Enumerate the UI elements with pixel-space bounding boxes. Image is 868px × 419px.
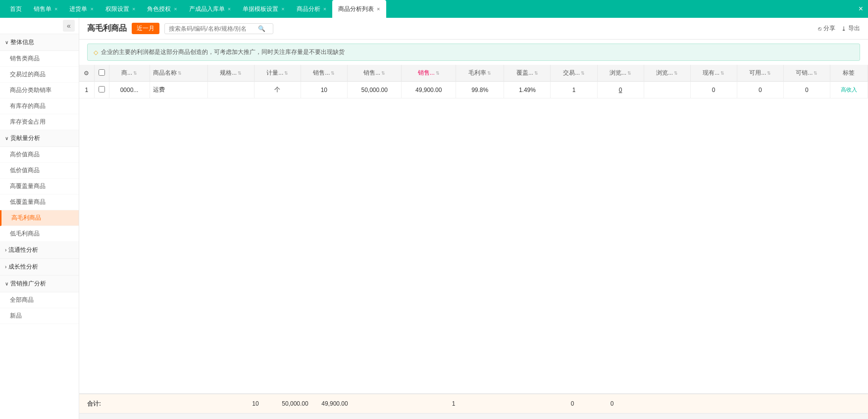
col-sale-profit[interactable]: 销售...⇅ (402, 65, 456, 82)
cell-available-stock: 0 (737, 82, 783, 98)
col-trade[interactable]: 交易...⇅ (551, 65, 597, 82)
close-all-tabs-button[interactable]: × (859, 4, 863, 13)
col-unit[interactable]: 计量...⇅ (254, 65, 301, 82)
share-button[interactable]: ⎋ 分享 (818, 24, 835, 33)
close-icon[interactable]: × (174, 6, 177, 12)
cell-tag: 高收入 (830, 82, 868, 98)
cell-unit: 个 (254, 82, 301, 98)
cell-sale-amount: 50,000.00 (347, 82, 402, 98)
cell-sellable-stock: 0 (783, 82, 830, 98)
cell-trade: 1 (551, 82, 597, 98)
sidebar-item-new-goods[interactable]: 新品 (0, 308, 79, 324)
cell-name: 运费 (150, 82, 207, 98)
table-wrapper: ⚙ 商...⇅ 商品名称⇅ 规格...⇅ (79, 65, 868, 393)
sidebar-group-liquidity[interactable]: › 流通性分析 (0, 242, 79, 259)
sidebar-collapse-button[interactable]: « (63, 20, 75, 32)
nav-permission-settings[interactable]: 权限设置 × (100, 0, 141, 18)
nav-sales-order[interactable]: 销售单 × (28, 0, 63, 18)
nav-template-settings[interactable]: 单据模板设置 × (237, 0, 290, 18)
sidebar-item-high-coverage[interactable]: 高覆盖量商品 (0, 179, 79, 194)
col-settings[interactable]: ⚙ (79, 65, 94, 82)
search-box: 🔍 (164, 23, 273, 34)
footer-sellable-stock (632, 398, 671, 409)
col-checkbox[interactable] (94, 65, 109, 82)
top-navigation: 首页 销售单 × 进货单 × 权限设置 × 角色授权 × 产成品入库单 × 单据… (0, 0, 868, 18)
page-title: 高毛利商品 (87, 23, 127, 34)
footer-available-stock: 0 (592, 398, 632, 409)
header-left: 高毛利商品 近一月 🔍 (87, 23, 273, 34)
sidebar-group-marketing[interactable]: ∨ 营销推广分析 (0, 276, 79, 292)
row-checkbox[interactable] (99, 86, 105, 93)
nav-product-analysis[interactable]: 商品分析 × (291, 0, 332, 18)
close-icon[interactable]: × (281, 6, 284, 12)
sidebar-item-sales-goods[interactable]: 销售类商品 (0, 51, 79, 67)
table-row: 1 0000... 运费 个 10 50,000.00 49,900.00 99… (79, 82, 868, 98)
cell-view2 (644, 82, 690, 98)
footer-view2 (513, 398, 553, 409)
select-all-checkbox[interactable] (99, 69, 105, 76)
close-icon[interactable]: × (228, 6, 231, 12)
col-tag[interactable]: 标签 (830, 65, 868, 82)
nav-purchase-order[interactable]: 进货单 × (63, 0, 99, 18)
sidebar-item-low-value[interactable]: 低价值商品 (0, 163, 79, 179)
main-layout: « ∨ 整体信息 销售类商品 交易过的商品 商品分类助销率 有库存的商品 库存资… (0, 18, 868, 419)
sidebar-item-category-assist-rate[interactable]: 商品分类助销率 (0, 83, 79, 98)
sidebar-group-contribution[interactable]: ∨ 贡献量分析 (0, 130, 79, 147)
cell-gross-margin: 99.8% (456, 82, 504, 98)
sidebar-item-low-coverage[interactable]: 低覆盖量商品 (0, 194, 79, 210)
footer-sale-qty: 10 (236, 398, 275, 409)
search-icon[interactable]: 🔍 (258, 25, 265, 32)
col-sale-amount[interactable]: 销售...⇅ (347, 65, 402, 82)
sidebar-item-traded-goods[interactable]: 交易过的商品 (0, 67, 79, 83)
sidebar-item-all-goods[interactable]: 全部商品 (0, 292, 79, 308)
close-icon[interactable]: × (323, 6, 326, 12)
col-available-stock[interactable]: 可用...⇅ (737, 65, 783, 82)
content-header: 高毛利商品 近一月 🔍 ⎋ 分享 ⤓ 导出 (79, 18, 868, 40)
sidebar-item-in-stock-goods[interactable]: 有库存的商品 (0, 98, 79, 114)
close-icon[interactable]: × (132, 6, 135, 12)
col-current-stock[interactable]: 现有...⇅ (690, 65, 737, 82)
export-icon: ⤓ (841, 25, 846, 32)
sidebar-item-high-margin[interactable]: 高毛利商品 (0, 210, 79, 226)
sidebar-group-overall[interactable]: ∨ 整体信息 (0, 34, 79, 51)
col-sale-qty[interactable]: 销售...⇅ (301, 65, 347, 82)
close-icon[interactable]: × (377, 6, 380, 12)
col-gross-margin[interactable]: 毛利率⇅ (456, 65, 504, 82)
sidebar-item-stock-capital[interactable]: 库存资金占用 (0, 114, 79, 130)
close-icon[interactable]: × (54, 6, 57, 12)
sidebar-group-growth[interactable]: › 成长性分析 (0, 259, 79, 276)
footer-cells: 10 50,000.00 49,900.00 1 0 0 (147, 398, 860, 409)
table-header-row: ⚙ 商...⇅ 商品名称⇅ 规格...⇅ (79, 65, 868, 82)
horizontal-scrollbar[interactable] (79, 413, 868, 419)
time-filter-button[interactable]: 近一月 (132, 23, 159, 34)
view1-link[interactable]: 0 (619, 87, 622, 93)
cell-sale-profit: 49,900.00 (402, 82, 456, 98)
col-spec[interactable]: 规格...⇅ (207, 65, 254, 82)
close-icon[interactable]: × (90, 6, 93, 12)
arrow-icon: › (5, 264, 6, 270)
col-name[interactable]: 商品名称⇅ (150, 65, 207, 82)
cell-code: 0000... (109, 82, 150, 98)
cell-spec (207, 82, 254, 98)
sidebar-item-low-margin[interactable]: 低毛利商品 (0, 226, 79, 242)
col-view2[interactable]: 浏览...⇅ (644, 65, 690, 82)
product-table: ⚙ 商...⇅ 商品名称⇅ 规格...⇅ (79, 65, 868, 98)
sidebar: « ∨ 整体信息 销售类商品 交易过的商品 商品分类助销率 有库存的商品 库存资… (0, 18, 79, 419)
cell-view1[interactable]: 0 (597, 82, 644, 98)
export-button[interactable]: ⤓ 导出 (841, 24, 860, 33)
info-banner: ◇ 企业的主要的利润都是这部分商品创造的，可考虑加大推广，同时关注库存量是不要出… (87, 44, 860, 61)
nav-home[interactable]: 首页 (4, 0, 28, 18)
footer-cell-spacer (147, 398, 236, 409)
footer-sale-amount: 50,000.00 (275, 398, 315, 409)
col-coverage[interactable]: 覆盖...⇅ (504, 65, 551, 82)
info-icon: ◇ (94, 49, 98, 56)
nav-role-auth[interactable]: 角色授权 × (141, 0, 183, 18)
col-code[interactable]: 商...⇅ (109, 65, 150, 82)
cell-checkbox[interactable] (94, 82, 109, 98)
nav-product-analysis-list[interactable]: 商品分析列表 × (332, 0, 386, 18)
search-input[interactable] (169, 25, 258, 32)
col-sellable-stock[interactable]: 可销...⇅ (783, 65, 830, 82)
sidebar-item-high-value[interactable]: 高价值商品 (0, 147, 79, 163)
nav-product-inbound[interactable]: 产成品入库单 × (183, 0, 237, 18)
col-view1[interactable]: 浏览...⇅ (597, 65, 644, 82)
